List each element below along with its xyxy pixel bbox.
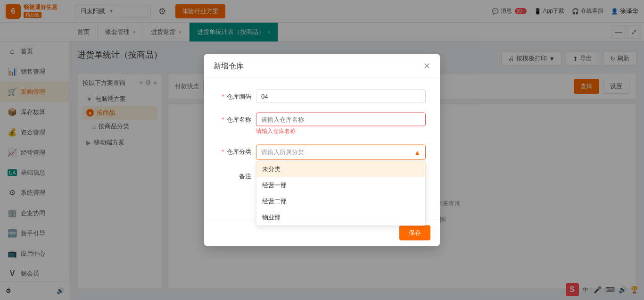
warehouse-code-label: * 仓库编码 xyxy=(218,90,256,101)
modal-header: 新增仓库 ✕ xyxy=(204,54,440,78)
dropdown-item-unclassified[interactable]: 未分类 xyxy=(256,161,425,177)
dropdown-item-property[interactable]: 物业部 xyxy=(256,209,425,225)
warehouse-category-input-wrap: 请输入所属分类 ▲ 未分类 经营一部 经营二部 物业部 xyxy=(256,145,426,160)
add-warehouse-modal: 新增仓库 ✕ * 仓库编码 * 仓库名称 请输入仓库名称 xyxy=(204,54,440,246)
warehouse-notes-label: 备注 xyxy=(218,169,256,181)
warehouse-category-label: * 仓库分类 xyxy=(218,145,256,156)
warehouse-name-label: * 仓库名称 xyxy=(218,113,256,124)
modal-title: 新增仓库 xyxy=(214,61,244,71)
warehouse-code-row: * 仓库编码 xyxy=(218,90,426,103)
dropdown-item-dept1[interactable]: 经营一部 xyxy=(256,177,425,193)
warehouse-name-input[interactable] xyxy=(256,113,426,126)
warehouse-code-input-wrap xyxy=(256,90,426,103)
category-chevron-up-icon: ▲ xyxy=(414,149,421,156)
warehouse-category-row: * 仓库分类 请输入所属分类 ▲ 未分类 经营一部 经营二部 物业部 xyxy=(218,145,426,160)
warehouse-name-input-wrap: 请输入仓库名称 xyxy=(256,113,426,135)
category-dropdown: 未分类 经营一部 经营二部 物业部 xyxy=(256,161,426,226)
warehouse-category-select[interactable]: 请输入所属分类 ▲ xyxy=(256,145,426,160)
modal-body: * 仓库编码 * 仓库名称 请输入仓库名称 * 仓库分类 xyxy=(204,78,440,219)
save-button[interactable]: 保存 xyxy=(399,225,430,241)
warehouse-name-row: * 仓库名称 请输入仓库名称 xyxy=(218,113,426,135)
warehouse-code-input[interactable] xyxy=(256,90,426,103)
dropdown-item-dept2[interactable]: 经营二部 xyxy=(256,193,425,209)
modal-close-button[interactable]: ✕ xyxy=(423,61,430,71)
warehouse-name-error: 请输入仓库名称 xyxy=(256,127,426,135)
